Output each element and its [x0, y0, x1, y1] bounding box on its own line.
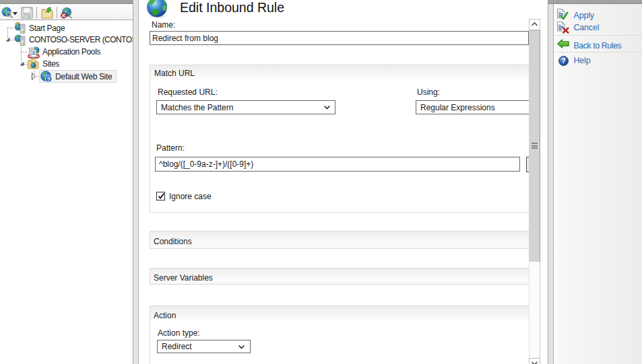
svg-text:?: ? [561, 57, 565, 65]
svg-text:?: ? [46, 76, 51, 83]
